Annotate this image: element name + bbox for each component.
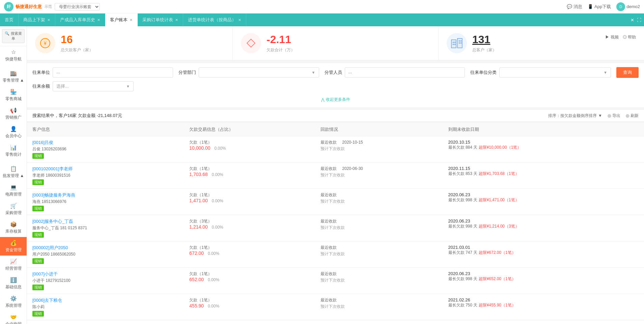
unit-category-select[interactable]: ▼ bbox=[499, 67, 611, 78]
sort-control[interactable]: 排序：按欠款金额倒序排序 ▼ bbox=[548, 113, 602, 119]
customer-id-name[interactable]: [0006]去下粮仓 bbox=[32, 297, 178, 303]
sidebar-item-purchase[interactable]: 🛒 采购管理 bbox=[0, 200, 27, 218]
close-icon[interactable]: ✕ bbox=[238, 18, 241, 22]
overdue-amount[interactable]: 超限¥1,471.00（1笔） bbox=[479, 198, 519, 202]
tab-customer-account[interactable]: 客户账本 ✕ bbox=[105, 13, 138, 26]
overdue-amount[interactable]: 超限¥455.90（1笔） bbox=[479, 303, 516, 307]
filter-source-unit: 往来单位 ··· bbox=[32, 67, 173, 78]
sidebar-item-retail-mgmt[interactable]: 🏬 零售管理 ▲ bbox=[0, 67, 27, 86]
overdue-amount[interactable]: 超限¥1,703.68（1笔） bbox=[479, 171, 519, 176]
customer-id-name[interactable]: [0001020001]李老师 bbox=[32, 166, 178, 172]
next-collect: 预计下次收款 bbox=[320, 277, 438, 283]
close-icon[interactable]: ✕ bbox=[97, 18, 100, 22]
overdue-info: 最长欠款 998 天 超限¥1,471.00（1笔） bbox=[448, 197, 639, 203]
collect-info-cell: 最近收款 预计下次收款 bbox=[315, 268, 443, 294]
table-row: [0001020001]李老师 李老师 18600391516 现销 欠款（1笔… bbox=[27, 163, 644, 189]
user-btn[interactable]: D demo2 bbox=[616, 2, 640, 11]
video-btn[interactable]: ▶ 视频 bbox=[605, 34, 618, 40]
due-date: 2021.02.26 bbox=[448, 297, 639, 302]
customer-id-name[interactable]: [0007]小进干 bbox=[32, 271, 178, 277]
col-collect-info: 回款情况 bbox=[315, 123, 443, 136]
customer-id-name[interactable]: [000002]用户2050 bbox=[32, 245, 178, 251]
next-collect: 预计下次收款 bbox=[320, 251, 438, 257]
svg-marker-2 bbox=[247, 39, 255, 47]
svg-rect-12 bbox=[460, 42, 461, 43]
dept-select[interactable]: ▼ bbox=[199, 67, 319, 78]
next-collect: 预计下次收款 bbox=[320, 304, 438, 310]
customer-id-name[interactable]: [0003]畅捷服务尹海燕 bbox=[32, 192, 178, 198]
sidebar-item-marketing[interactable]: 📢 营销推广 bbox=[0, 105, 27, 123]
close-icon[interactable]: ✕ bbox=[175, 18, 178, 22]
balance-select[interactable]: 选择... ▼ bbox=[53, 81, 134, 91]
app-download-btn[interactable]: 📱 App下载 bbox=[588, 4, 611, 10]
customer-info-cell: [0006]去下粮仓 陈小莉 现销 bbox=[27, 294, 184, 320]
debt-info-cell: 欠款（1笔） 455.90 0.00% bbox=[184, 294, 315, 320]
debt-count: 欠款（1笔） bbox=[189, 297, 309, 303]
manager-label: 分管人员 bbox=[325, 69, 342, 76]
tab-home[interactable]: 首页 bbox=[0, 13, 19, 26]
sort-chevron-icon: ▼ bbox=[598, 113, 602, 118]
customer-phone: 小进干 18279152100 bbox=[32, 278, 178, 284]
search-menu-btn[interactable]: 🔍 搜索菜单 bbox=[2, 29, 25, 43]
table-row: [0006]去下粮仓 陈小莉 现销 欠款（1笔） 455.90 0.00% 最近… bbox=[27, 294, 644, 320]
source-unit-input[interactable]: ··· bbox=[53, 67, 173, 78]
sidebar-item-enterprise[interactable]: 🤝 企业协同 bbox=[0, 311, 27, 324]
collapse-btn[interactable]: ⋀ 收起更多条件 bbox=[32, 95, 639, 103]
due-date-cell: 2020.06.23 最长欠款 998 天 超限¥652.00（1笔） bbox=[443, 268, 644, 294]
maximize-icon[interactable]: ⛶ bbox=[637, 18, 641, 23]
sidebar-item-retail-stats[interactable]: 📊 零售统计 bbox=[0, 142, 27, 160]
sidebar-item-label: 资金管理 bbox=[5, 247, 22, 253]
minimize-icon[interactable]: ✕ bbox=[631, 18, 634, 23]
export-btn[interactable]: ◎ 导出 bbox=[608, 113, 620, 119]
tab-purchase-stats[interactable]: 采购订单统计表 ✕ bbox=[138, 13, 183, 26]
tab-inbound-stats[interactable]: 进货单统计表（按商品） ✕ bbox=[183, 13, 246, 26]
sidebar-item-system[interactable]: ⚙️ 系统管理 bbox=[0, 293, 27, 311]
manager-input[interactable]: ··· bbox=[345, 67, 465, 78]
sidebar-item-retail-mall[interactable]: 🏪 零售商城 bbox=[0, 86, 27, 105]
stat-card-debt-customers: ¥ 16 总欠款客户（家） bbox=[27, 26, 233, 60]
due-date-cell: 2020.10.15 最长欠款 884 天 超限¥10,000.00（1笔） bbox=[443, 136, 644, 163]
sidebar-item-ecommerce[interactable]: 💻 电商管理 bbox=[0, 181, 27, 200]
tab-produce-history[interactable]: 产成品入库单历史 ✕ bbox=[55, 13, 105, 26]
sidebar-item-operation[interactable]: 📈 经营管理 bbox=[0, 256, 27, 274]
sidebar-search-area: 🔍 搜索菜单 bbox=[0, 26, 27, 46]
help-btn[interactable]: ◎ 帮助 bbox=[623, 34, 636, 40]
tab-product-off[interactable]: 商品上下架 ✕ bbox=[19, 13, 55, 26]
sidebar-item-member[interactable]: 👤 会员中心 bbox=[0, 123, 27, 142]
sidebar-item-inventory[interactable]: 📦 库存核算 bbox=[0, 218, 27, 237]
ecommerce-icon: 💻 bbox=[10, 184, 17, 190]
app-name: 畅捷通好生意 bbox=[16, 4, 42, 10]
top-bar: 好 畅捷通好生意 示范 母婴行业演示账套 💬 消息 📱 App下载 D demo… bbox=[0, 0, 644, 13]
collect-info-cell: 最近收款 2020-10-15 预计下次收款 bbox=[315, 136, 443, 163]
close-icon[interactable]: ✕ bbox=[47, 18, 50, 22]
overdue-amount[interactable]: 超限¥10,000.00（1笔） bbox=[479, 145, 522, 150]
overdue-amount[interactable]: 超限¥652.00（1笔） bbox=[479, 276, 516, 281]
overdue-amount[interactable]: 超限¥1,214.00（3笔） bbox=[479, 224, 519, 229]
close-icon[interactable]: ✕ bbox=[130, 18, 133, 22]
message-btn[interactable]: 💬 消息 bbox=[567, 4, 582, 10]
customer-id-name[interactable]: [0016]吕俊 bbox=[32, 140, 178, 146]
collect-info-cell: 最近收款 2020-06-30 预计下次收款 bbox=[315, 163, 443, 189]
search-button[interactable]: 查询 bbox=[616, 67, 639, 78]
debt-amount: 10,000.00 0.00% bbox=[189, 145, 309, 151]
balance-value: 选择... bbox=[56, 83, 69, 89]
overdue-amount[interactable]: 超限¥672.00（1笔） bbox=[479, 250, 516, 255]
debt-amount: 1,214.00 0.00% bbox=[189, 224, 309, 230]
table-row: [0016]吕俊 吕俊 13026203696 现销 欠款（1笔） 10,000… bbox=[27, 136, 644, 163]
debt-amount: 1,703.68 0.00% bbox=[189, 172, 309, 177]
col-customer-info: 客户信息 bbox=[27, 123, 184, 136]
store-selector[interactable]: 母婴行业演示账套 bbox=[55, 3, 100, 10]
customer-id-name[interactable]: [0002]服务中心_丁磊 bbox=[32, 218, 178, 225]
debt-amount: 672.00 0.00% bbox=[189, 251, 309, 256]
table-row: [000002]用户2050 用户2050 18665062050 现销 欠款（… bbox=[27, 241, 644, 268]
sidebar-item-batch-mgmt[interactable]: 📋 批发管理 ▲ bbox=[0, 163, 27, 181]
overdue-info: 最长欠款 747 天 超限¥672.00（1笔） bbox=[448, 250, 639, 256]
tab-customer-account-label: 客户账本 bbox=[110, 17, 128, 23]
table-row: [0007]小进干 小进干 18279152100 现销 欠款（1笔） 652.… bbox=[27, 268, 644, 294]
svg-rect-9 bbox=[459, 40, 460, 41]
sidebar-item-label: 电商管理 bbox=[5, 192, 22, 197]
sidebar-item-capital[interactable]: 💰 资金管理 bbox=[0, 237, 27, 256]
latest-collect: 最近收款 2020-10-15 bbox=[320, 140, 438, 145]
refresh-btn[interactable]: ◎ 刷新 bbox=[626, 113, 639, 119]
sidebar-item-basic[interactable]: ℹ️ 基础信息 bbox=[0, 274, 27, 293]
